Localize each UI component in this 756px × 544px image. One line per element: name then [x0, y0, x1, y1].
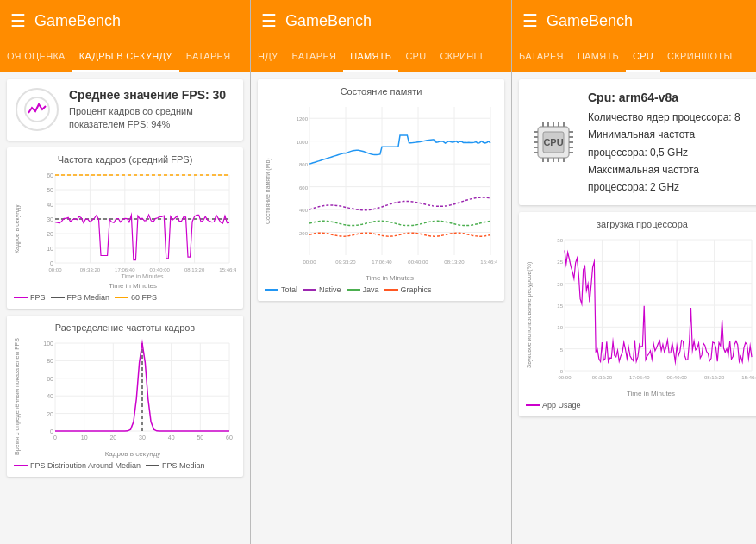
- cpu-name: Cpu: arm64-v8a: [588, 88, 756, 109]
- tab-screens-mem[interactable]: СКРИНШ: [434, 41, 490, 72]
- panel-cpu: ☰ GameBench БАТАРЕЯ ПАМЯТЬ CPU СКРИНШОТЫ: [512, 0, 756, 544]
- legend-dot-60fps: [115, 297, 128, 298]
- content-memory: Состояние памяти Состояние памяти (Mb) T…: [251, 72, 511, 544]
- tab-battery-cpu[interactable]: БАТАРЕЯ: [512, 41, 571, 72]
- memory-x-label: Time in Minutes: [282, 274, 497, 282]
- tabs-cpu: БАТАРЕЯ ПАМЯТЬ CPU СКРИНШОТЫ: [512, 41, 756, 72]
- cpu-min-freq: Минимальная частота процессора: 0,5 GHz: [588, 126, 756, 161]
- legend-fps-dist: FPS Distribution Around Median: [14, 461, 141, 470]
- app-title-cpu: GameBench: [547, 12, 633, 30]
- cpu-y-label: Звуковое использование ресурсов(%): [526, 233, 543, 397]
- fps-line-chart-card: Частота кадров (средний FPS) Кадров в се…: [7, 147, 243, 309]
- tab-cpu-mem[interactable]: CPU: [398, 41, 433, 72]
- tab-fps[interactable]: КАДРЫ В СЕКУНДУ: [72, 41, 179, 72]
- tab-memory[interactable]: ПАМЯТЬ: [343, 41, 398, 72]
- legend-fps-dist-median: FPS Median: [146, 461, 205, 470]
- tab-screenshots-cpu[interactable]: СКРИНШОТЫ: [660, 41, 739, 72]
- legend-dot-native: [303, 289, 316, 291]
- header-memory: ☰ GameBench: [251, 0, 511, 41]
- content-fps: Среднее значение FPS: 30 Процент кадров …: [0, 72, 250, 544]
- legend-dot-app-usage: [526, 404, 540, 406]
- fps-y-label: Кадров в секунду: [14, 168, 29, 290]
- fps-dist-x-label: Кадров в секунду: [29, 450, 236, 458]
- legend-graphics: Graphics: [384, 285, 432, 294]
- legend-fps-median: FPS Median: [51, 293, 110, 302]
- fps-icon: [16, 88, 59, 131]
- legend-total: Total: [265, 285, 297, 294]
- fps-canvas: [29, 168, 236, 280]
- tab-ndu[interactable]: НДУ: [251, 41, 284, 72]
- memory-canvas: [282, 100, 497, 272]
- cpu-info-card: CPU Cpu: arm64-v8a Количество ядер проце…: [519, 79, 756, 205]
- cpu-x-label: Time in Minutes: [543, 390, 756, 397]
- header-fps: ☰ GameBench: [0, 0, 250, 41]
- fps-summary-card: Среднее значение FPS: 30 Процент кадров …: [7, 79, 243, 141]
- tabs-memory: НДУ БАТАРЕЯ ПАМЯТЬ CPU СКРИНШ: [251, 41, 511, 72]
- tab-cpu[interactable]: CPU: [626, 41, 660, 72]
- fps-subtitle: Процент кадров со средним показателем FP…: [69, 105, 234, 132]
- legend-dot-fps-dist: [14, 465, 28, 466]
- hamburger-icon-memory[interactable]: ☰: [261, 10, 277, 31]
- memory-chart-card: Состояние памяти Состояние памяти (Mb) T…: [258, 79, 504, 301]
- memory-legend: Total Native Java Graphics: [265, 285, 497, 294]
- cpu-details: Cpu: arm64-v8a Количество ядер процессор…: [588, 88, 756, 197]
- legend-dot-fps-median: [51, 297, 65, 298]
- legend-native: Native: [303, 285, 341, 294]
- fps-chart-title: Частота кадров (средний FPS): [14, 154, 236, 165]
- content-cpu: CPU Cpu: arm64-v8a Количество ядер проце…: [512, 72, 756, 544]
- tab-memory-cpu[interactable]: ПАМЯТЬ: [571, 41, 626, 72]
- fps-legend: FPS FPS Median 60 FPS: [14, 293, 236, 302]
- header-cpu: ☰ GameBench: [512, 0, 756, 41]
- cpu-cores: Количество ядер процессора: 8: [588, 109, 756, 126]
- legend-java: Java: [347, 285, 379, 294]
- tab-battery-fps[interactable]: БАТАРЕЯ: [179, 41, 238, 72]
- legend-dot-total: [265, 289, 278, 291]
- fps-x-label: Time in Minutes: [29, 282, 236, 290]
- memory-y-label: Состояние памяти (Mb): [265, 100, 282, 282]
- tab-battery-mem[interactable]: БАТАРЕЯ: [284, 41, 343, 72]
- fps-dist-canvas: [29, 336, 236, 448]
- cpu-canvas: [543, 233, 756, 388]
- cpu-chart-card: загрузка процессора Звуковое использован…: [519, 212, 756, 416]
- panel-fps: ☰ GameBench ОЯ ОЦЕНКА КАДРЫ В СЕКУНДУ БА…: [0, 0, 251, 544]
- cpu-chip-icon: CPU: [528, 116, 579, 168]
- cpu-legend: App Usage: [526, 401, 756, 410]
- legend-app-usage: App Usage: [526, 401, 581, 410]
- cpu-chart-title: загрузка процессора: [526, 219, 756, 229]
- fps-dist-title: Распределение частоты кадров: [14, 322, 236, 333]
- legend-dot-graphics: [384, 289, 398, 291]
- cpu-max-freq: Максимальная частота процессора: 2 GHz: [588, 161, 756, 197]
- legend-fps: FPS: [14, 293, 46, 302]
- app-title-memory: GameBench: [285, 12, 372, 30]
- hamburger-icon-cpu[interactable]: ☰: [522, 10, 538, 31]
- fps-dist-chart-card: Распределение частоты кадров Время с опр…: [7, 316, 243, 477]
- legend-60fps: 60 FPS: [115, 293, 157, 302]
- fps-dist-y-label: Время с определённым показателем FPS: [14, 336, 29, 458]
- panel-memory: ☰ GameBench НДУ БАТАРЕЯ ПАМЯТЬ CPU СКРИН…: [251, 0, 512, 544]
- svg-text:CPU: CPU: [543, 137, 563, 147]
- app-title-fps: GameBench: [34, 12, 121, 30]
- tabs-fps: ОЯ ОЦЕНКА КАДРЫ В СЕКУНДУ БАТАРЕЯ: [0, 41, 250, 72]
- fps-dist-legend: FPS Distribution Around Median FPS Media…: [14, 461, 236, 470]
- legend-dot-java: [347, 289, 360, 291]
- tab-oya-ocenka[interactable]: ОЯ ОЦЕНКА: [0, 41, 72, 72]
- memory-chart-title: Состояние памяти: [265, 86, 497, 97]
- fps-title: Среднее значение FPS: 30: [69, 88, 234, 102]
- legend-dot-fps-dist-median: [146, 465, 159, 466]
- legend-dot-fps: [14, 297, 28, 298]
- hamburger-icon-fps[interactable]: ☰: [10, 10, 26, 31]
